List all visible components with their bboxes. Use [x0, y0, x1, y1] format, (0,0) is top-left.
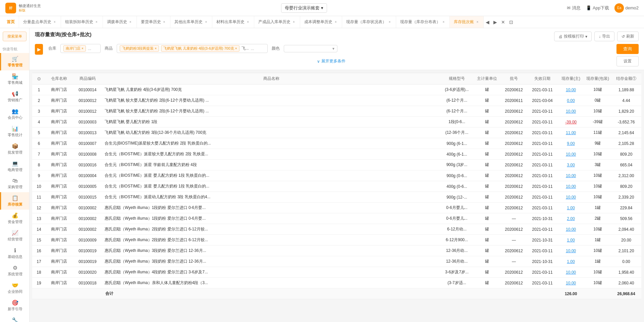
sidebar-item-basic[interactable]: ℹ 基础信息 [0, 245, 29, 262]
cell-expire: 2021-03-11 [527, 106, 557, 117]
sidebar-item-member[interactable]: 👥 会员中心 [0, 105, 29, 123]
sidebar-item-retail-shop[interactable]: 🏪 零售商城 [0, 70, 29, 88]
tab-9[interactable]: 现存量（库存状况表） × [342, 16, 396, 28]
sidebar-item-retail-mgmt[interactable]: 🛒 零售管理 [0, 53, 29, 70]
warehouse-filter-label: 合库 [48, 46, 56, 51]
cell-qty[interactable]: 1.00 [557, 235, 584, 246]
sidebar-item-marketing[interactable]: 📢 营销推广 [0, 88, 29, 105]
tab-6[interactable]: 材料出库单历史 × [212, 16, 254, 28]
sidebar-item-purchase[interactable]: 🛍 采购管理 [0, 175, 29, 192]
sidebar-item-inventory[interactable]: 📋 库存核算 [0, 192, 29, 210]
cell-qty[interactable]: 1.00 [557, 256, 584, 267]
page-title: 现存量查询(按仓库+批次) [35, 32, 92, 38]
col-header-settings[interactable]: ⚙ [32, 73, 46, 85]
cell-name: 合生元（BIOSTIME）派星 婴儿配方奶粉 1段 乳铁蛋白的... [103, 181, 440, 192]
sidebar-item-company[interactable]: 🤝 企业协同 [0, 279, 29, 297]
product-tag-close-0[interactable]: × [155, 47, 157, 50]
cell-unit: 罐 [474, 278, 500, 288]
cell-qty[interactable]: 3.00 [557, 160, 584, 170]
cell-expire: 2021-10-31 [527, 213, 557, 224]
cell-spec: (3-7岁适... [440, 278, 474, 288]
message-btn[interactable]: ✉ 消息 [567, 5, 581, 11]
tab-10[interactable]: 现存量（库存分布表） × [396, 16, 450, 28]
tab-nav-right[interactable]: ▶ [491, 19, 499, 25]
warehouse-filter-box[interactable]: 南岸门店 × ... [60, 44, 101, 53]
cell-qty[interactable]: 10.00 [557, 85, 584, 95]
sidebar-item-guide[interactable]: 🎯 新手引导 [0, 297, 29, 314]
retail-shop-icon: 🏪 [2, 73, 28, 79]
tab-close-4[interactable]: × [162, 20, 166, 24]
tab-close-5[interactable]: × [204, 20, 208, 24]
tab-nav-left[interactable]: ◀ [484, 19, 491, 25]
expand-sidebar-button[interactable]: ▶ [35, 44, 43, 55]
tab-close-3[interactable]: × [128, 20, 132, 24]
cell-qty[interactable]: 10.00 [557, 278, 584, 288]
export-button[interactable]: ↓ 导出 [594, 32, 614, 41]
sidebar-item-retail-stats[interactable]: 📊 零售统计 [0, 123, 29, 140]
tab-close-6[interactable]: × [246, 20, 250, 24]
industry-select[interactable]: 母婴行业演示账套 ▾ [281, 3, 327, 13]
cell-spec: 900g (12-... [440, 192, 474, 203]
table-row: 1南岸门店00100014飞鹤星飞帆 儿童奶粉 4段(3-6岁适用) 700克(… [32, 85, 641, 95]
cell-qty[interactable]: 10.00 [557, 246, 584, 256]
sidebar-item-appstore[interactable]: 🔧 应用中心 [0, 314, 29, 322]
tab-close-all[interactable]: ✕ [499, 19, 507, 25]
tab-8[interactable]: 成本调整单历史 × [300, 16, 342, 28]
sidebar-item-system[interactable]: ⚙ 系统管理 [0, 262, 29, 279]
user-area[interactable]: Ea demo2 [614, 3, 639, 13]
template-print-button[interactable]: 🖨 按模板打印 ▾ [554, 32, 592, 41]
tab-1[interactable]: 分量盘点单历史 × [19, 16, 61, 28]
warehouse-tag-0: 南岸门店 × [63, 45, 86, 52]
settings-button[interactable]: 设置 [616, 56, 639, 66]
cell-qty[interactable]: 10.00 [557, 106, 584, 117]
sidebar-item-operations[interactable]: 📈 经营管理 [0, 227, 29, 245]
cell-warehouse: 南岸门店 [46, 256, 72, 267]
cell-qty[interactable]: 10.00 [557, 149, 584, 160]
tab-close-8[interactable]: × [334, 20, 338, 24]
refresh-button[interactable]: ↺ 刷新 [617, 32, 639, 41]
product-tag-close-1[interactable]: × [235, 47, 237, 50]
sidebar-item-ecommerce[interactable]: 💻 电商管理 [0, 158, 29, 175]
cell-qty[interactable]: 0.00 [557, 95, 584, 106]
cell-unit: 罐 [474, 235, 500, 246]
query-button[interactable]: 查询 [616, 44, 639, 54]
tab-close-7[interactable]: × [292, 20, 296, 24]
expand-more-button[interactable]: ∨ 展开更多条件 [317, 56, 345, 64]
cell-qty[interactable]: -39.00 [557, 117, 584, 127]
cell-qty[interactable]: 10.00 [557, 181, 584, 192]
tab-5[interactable]: 其他出库单历史 × [170, 16, 212, 28]
cell-qty[interactable]: 10.00 [557, 224, 584, 235]
sidebar-search-button[interactable]: 搜索菜单 [3, 32, 26, 41]
sidebar-item-wholesale[interactable]: 📦 批发管理 [0, 140, 29, 158]
cell-qty[interactable]: 10.00 [557, 192, 584, 203]
cell-warehouse: 南岸门店 [46, 106, 72, 117]
cell-spec: (6-12个月... [440, 95, 474, 106]
tab-3[interactable]: 调拨单历史 × [103, 16, 137, 28]
tab-2[interactable]: 组装拆卸单历史 × [61, 16, 103, 28]
tab-7[interactable]: 产成品入库单历史 × [254, 16, 300, 28]
cell-qty[interactable]: 1.00 [557, 203, 584, 213]
cell-qty[interactable]: 2.00 [557, 213, 584, 224]
cell-index: 9 [32, 170, 46, 181]
sidebar-item-finance[interactable]: 💰 资金管理 [0, 210, 29, 227]
warehouse-tag-close-0[interactable]: × [82, 47, 84, 50]
tab-maximize[interactable]: ⊡ [507, 19, 515, 25]
cell-qty[interactable]: 10.00 [557, 267, 584, 278]
cell-qty[interactable]: 11.00 [557, 127, 584, 138]
tab-close-2[interactable]: × [95, 20, 99, 24]
tab-11[interactable]: 库存批次账 × [450, 16, 484, 28]
tab-close-11[interactable]: × [475, 20, 479, 24]
product-filter-box[interactable]: 飞鹤奶粉3段两提装 × 飞鹤星飞帆 儿童奶粉 4段(3-6岁适用) 700克 ×… [117, 44, 268, 53]
app-download-btn[interactable]: 📱 App下载 [586, 5, 609, 11]
cell-qtypack: 2罐 [584, 213, 611, 224]
tab-close-10[interactable]: × [442, 20, 446, 24]
color-filter-box[interactable]: ▾ [284, 45, 337, 52]
cell-qty[interactable]: 10.00 [557, 170, 584, 181]
tab-close-1[interactable]: × [53, 20, 57, 24]
tab-home[interactable]: 首页 [3, 16, 19, 28]
tab-4[interactable]: 要货单历史 × [137, 16, 171, 28]
tab-close-9[interactable]: × [388, 20, 392, 24]
column-settings-icon[interactable]: ⚙ [37, 76, 41, 82]
cell-qty[interactable]: 9.00 [557, 138, 584, 149]
company-icon: 🤝 [2, 282, 28, 288]
